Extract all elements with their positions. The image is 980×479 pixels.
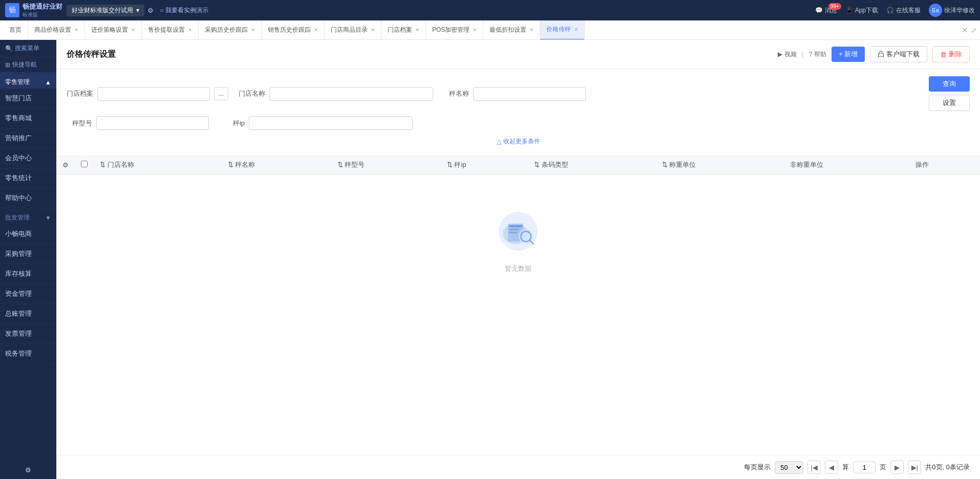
query-button[interactable]: 查询 [929,76,970,92]
collapse-button[interactable]: △ 收起更多条件 [497,137,540,146]
close-all-icon[interactable]: ✕ [962,26,968,34]
sidebar-item-marketing[interactable]: 营销推广 [0,128,56,148]
close-icon[interactable]: ✕ [574,27,578,32]
prev-page-button[interactable]: ◀ [825,461,838,474]
sidebar-item-xiaochang-ecom[interactable]: 小畅电商 [0,224,56,244]
settings-button[interactable]: 设置 [929,95,970,111]
th-scale-name[interactable]: ⇅ 秤名称 [222,155,331,175]
pagination: 每页显示 50 10 20 100 |◀ ◀ 算 页 ▶ ▶| 共0页, 0条记… [56,455,980,479]
store-name-input[interactable] [269,87,433,101]
scale-name-field: 秤名称 [443,87,586,101]
sidebar-bottom-settings[interactable]: ⚙ [0,461,56,479]
sidebar-item-purchase-mgmt[interactable]: 采购管理 [0,244,56,264]
top-bar: 畅 畅捷通好业财 标准版 好业财标准版交付试用 ▾ ⚙ ○ 我要看实例演示 💬 … [0,0,980,20]
tab-price-scale[interactable]: 价格传秤 ✕ [540,20,585,40]
video-link[interactable]: ▶ 视频 [778,50,797,59]
download-button[interactable]: 凸 客户端下载 [870,46,927,62]
collapse-row: △ 收起更多条件 [67,135,970,148]
store-name-label: 门店名称 [239,89,265,98]
sidebar-item-retail-stats[interactable]: 零售统计 [0,168,56,188]
sidebar-item-wholesale[interactable]: 批发管理 ▼ [0,208,56,224]
close-icon[interactable]: ✕ [314,27,318,33]
tab-purchase-history[interactable]: 采购历史价跟踪 ✕ [199,20,262,40]
th-weight-unit[interactable]: ⇅ 称重单位 [656,155,784,175]
sidebar-item-ledger[interactable]: 总账管理 [0,304,56,324]
app-name: 畅捷通好业财 [23,2,62,11]
store-name-field: 门店名称 [239,87,433,101]
sidebar-item-help-center[interactable]: 帮助中心 [0,188,56,208]
th-store-name[interactable]: ⇅ 门店名称 [94,155,222,175]
close-icon[interactable]: ✕ [415,27,419,33]
sidebar-item-retail-management[interactable]: 零售管理 ▲ [0,73,56,89]
version-selector[interactable]: 好业财标准版交付试用 ▾ [67,5,144,16]
avatar: Ea [929,4,942,17]
tab-price-settings[interactable]: 商品价格设置 ✕ [28,20,85,40]
sidebar-item-inventory[interactable]: 库存核算 [0,264,56,284]
table-settings-col[interactable]: ⚙ [56,155,75,175]
close-icon[interactable]: ✕ [188,27,192,33]
sidebar-item-retail-mall[interactable]: 零售商城 [0,108,56,128]
th-barcode-type[interactable]: ⇅ 条码类型 [528,155,656,175]
tab-label: 门店档案 [388,26,412,34]
close-icon[interactable]: ✕ [473,27,477,33]
empty-icon [493,206,544,257]
close-icon[interactable]: ✕ [131,27,135,33]
th-scale-model[interactable]: ⇅ 秤型号 [331,155,441,175]
user-menu-button[interactable]: Ea 徐泽华修改 [929,4,975,17]
tab-sale-extract[interactable]: 售价提取设置 ✕ [142,20,199,40]
tab-pos-manage[interactable]: POS加密管理 ✕ [426,20,483,40]
sidebar-quick-nav[interactable]: ⊞ 快捷导航 [0,57,56,73]
sidebar-item-smart-store[interactable]: 智慧门店 [0,89,56,108]
next-page-button[interactable]: ▶ [890,461,904,474]
tab-label: 销售历史价跟踪 [268,26,311,34]
store-archive-input[interactable] [97,87,210,101]
sidebar-search-button[interactable]: 🔍 搜索菜单 [0,40,56,57]
first-page-button[interactable]: |◀ [807,461,821,474]
sidebar-item-invoice[interactable]: 发票管理 [0,324,56,344]
collapse-icon: ▼ [45,214,51,222]
close-icon[interactable]: ✕ [529,27,534,33]
last-page-button[interactable]: ▶| [908,461,921,474]
help-link[interactable]: ? 帮助 [808,50,826,59]
tab-store-catalog[interactable]: 门店商品目录 ✕ [325,20,381,40]
tab-home[interactable]: 首页 [3,20,28,40]
page-total-label: 页 [880,463,886,472]
page-word: 算 [842,463,849,472]
sidebar-item-finance[interactable]: 资金管理 [0,284,56,304]
select-all-checkbox[interactable] [81,161,88,167]
close-icon[interactable]: ✕ [371,27,375,33]
expand-icon[interactable]: ⤢ [971,26,977,34]
online-service-button[interactable]: 🎧 在线客服 [886,6,921,15]
table-wrapper: ⚙ ⇅ 门店名称 ⇅ 秤名称 ⇅ 秤型号 ⇅ 秤ip ⇅ 条码类型 ⇅ 称重单位… [56,155,980,455]
demo-button[interactable]: ○ 我要看实例演示 [160,6,208,15]
messages-button[interactable]: 💬 消息 99+ [815,6,837,15]
gear-icon[interactable]: ⚙ [25,466,31,474]
add-button[interactable]: + 新增 [832,47,865,62]
scale-name-input[interactable] [473,87,586,101]
tab-min-discount[interactable]: 最低折扣设置 ✕ [483,20,540,40]
sidebar-item-tax[interactable]: 税务管理 [0,344,56,364]
tab-purchase-strategy[interactable]: 进价策略设置 ✕ [85,20,142,40]
tab-label: 价格传秤 [546,25,571,34]
close-icon[interactable]: ✕ [74,27,78,33]
tab-sale-history[interactable]: 销售历史价跟踪 ✕ [262,20,325,40]
store-archive-ellipsis[interactable]: ... [214,87,228,100]
search-icon: 🔍 [5,45,13,52]
page-number-input[interactable] [853,462,876,473]
tab-actions: ✕ ⤢ [962,26,977,34]
empty-state: 暂无数据 [56,175,980,304]
delete-button[interactable]: 🗑 删除 [932,46,970,62]
action-buttons: 查询 设置 [929,76,970,111]
close-icon[interactable]: ✕ [251,27,255,33]
scale-model-input[interactable] [96,116,209,130]
sidebar-item-members[interactable]: 会员中心 [0,148,56,168]
scale-ip-input[interactable] [249,116,413,130]
app-settings-button[interactable]: ⚙ [147,7,154,14]
th-scale-ip[interactable]: ⇅ 秤ip [441,155,528,175]
per-page-select[interactable]: 50 10 20 100 [775,461,803,474]
video-icon: ▶ [778,51,782,58]
download-icon: 📱 [845,7,853,14]
scale-ip-field: 秤ip [219,116,413,130]
app-download-button[interactable]: 📱 App下载 [845,6,878,15]
tab-store-archive[interactable]: 门店档案 ✕ [381,20,426,40]
